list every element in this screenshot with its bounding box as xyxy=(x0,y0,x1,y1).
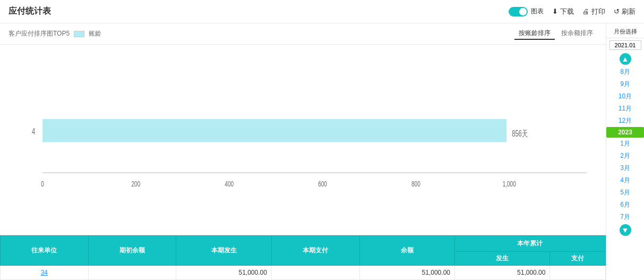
chart-legend: 客户应付排序图TOP5 账龄 xyxy=(8,29,101,38)
month-4[interactable]: 4月 xyxy=(606,174,644,186)
page-title: 应付统计表 xyxy=(8,6,509,17)
month-9[interactable]: 9月 xyxy=(606,78,644,90)
month-8[interactable]: 8月 xyxy=(606,66,644,78)
scroll-down-button[interactable]: ▼ xyxy=(620,224,631,236)
svg-text:34: 34 xyxy=(32,127,35,136)
month-list: 8月 9月 10月 11月 12月 2023 1月 2月 3月 4月 5月 6月… xyxy=(606,66,644,223)
svg-text:800: 800 xyxy=(411,180,420,189)
refresh-label: 刷新 xyxy=(622,7,636,16)
col-ytd-payment: 支付 xyxy=(550,252,606,266)
month-10[interactable]: 10月 xyxy=(606,90,644,103)
col-current-payment: 本期支付 xyxy=(271,236,359,266)
svg-text:600: 600 xyxy=(318,180,327,189)
month-3[interactable]: 3月 xyxy=(606,162,644,174)
sort-by-amount-button[interactable]: 按余额排序 xyxy=(557,28,597,40)
col-vendor: 往来单位 xyxy=(1,236,89,266)
sort-by-balance-button[interactable]: 按账龄排序 xyxy=(514,28,555,40)
bar xyxy=(42,119,506,142)
cell-vendor: 34 xyxy=(1,266,89,280)
refresh-button[interactable]: ↺ 刷新 xyxy=(614,7,636,16)
cell-balance: 51,000.00 xyxy=(359,266,454,280)
cell-opening xyxy=(88,266,176,280)
col-balance: 余额 xyxy=(359,236,454,266)
legend-box-label: 账龄 xyxy=(89,29,101,38)
bar-chart: 34 856天 0 200 400 600 800 1,000 xyxy=(32,50,597,219)
month-2[interactable]: 2月 xyxy=(606,150,644,162)
download-label: 下载 xyxy=(560,7,574,16)
print-icon: 🖨 xyxy=(582,7,589,15)
svg-text:400: 400 xyxy=(225,180,234,189)
chart-toggle[interactable]: 图表 xyxy=(509,7,544,16)
cell-ytd-occurrence: 51,000.00 xyxy=(454,266,549,280)
cell-current-occurrence: 51,000.00 xyxy=(176,266,271,280)
vendor-link[interactable]: 34 xyxy=(41,269,48,276)
chart-canvas: 34 856天 0 200 400 600 800 1,000 xyxy=(0,45,606,235)
month-1[interactable]: 1月 xyxy=(606,138,644,150)
month-6[interactable]: 6月 xyxy=(606,199,644,211)
svg-text:200: 200 xyxy=(132,180,141,189)
col-ytd: 本年累计 xyxy=(454,236,605,252)
month-11[interactable]: 11月 xyxy=(606,103,644,115)
toggle-switch[interactable] xyxy=(509,7,528,16)
table-row: 34 51,000.00 51,000.00 51,000.00 xyxy=(1,266,606,280)
scroll-up-button[interactable]: ▲ xyxy=(620,53,631,65)
year-input[interactable] xyxy=(609,40,641,50)
print-button[interactable]: 🖨 打印 xyxy=(582,7,605,16)
cell-ytd-payment xyxy=(550,266,606,280)
sidebar-title: 月份选择 xyxy=(606,26,644,38)
download-button[interactable]: ⬇ 下载 xyxy=(552,7,574,16)
month-sidebar: 月份选择 ▲ 8月 9月 10月 11月 12月 2023 1月 2月 3月 4… xyxy=(606,23,644,280)
print-label: 打印 xyxy=(591,7,605,16)
toggle-label: 图表 xyxy=(531,7,544,16)
col-current-occurrence: 本期发生 xyxy=(176,236,271,266)
svg-text:856天: 856天 xyxy=(512,129,528,138)
cell-current-payment xyxy=(271,266,359,280)
legend-box xyxy=(74,31,84,37)
data-table: 往来单位 期初余额 本期发生 本期支付 余额 本年累计 发生 支付 xyxy=(0,235,606,280)
refresh-icon: ↺ xyxy=(614,7,620,15)
year-badge-2023[interactable]: 2023 xyxy=(606,127,644,138)
month-12[interactable]: 12月 xyxy=(606,115,644,127)
svg-text:1,000: 1,000 xyxy=(503,180,516,189)
download-icon: ⬇ xyxy=(552,7,558,15)
col-ytd-occurrence: 发生 xyxy=(454,252,549,266)
legend-title: 客户应付排序图TOP5 xyxy=(8,29,70,38)
svg-text:0: 0 xyxy=(41,180,44,189)
month-5[interactable]: 5月 xyxy=(606,186,644,199)
month-7[interactable]: 7月 xyxy=(606,211,644,223)
col-opening: 期初余额 xyxy=(88,236,176,266)
